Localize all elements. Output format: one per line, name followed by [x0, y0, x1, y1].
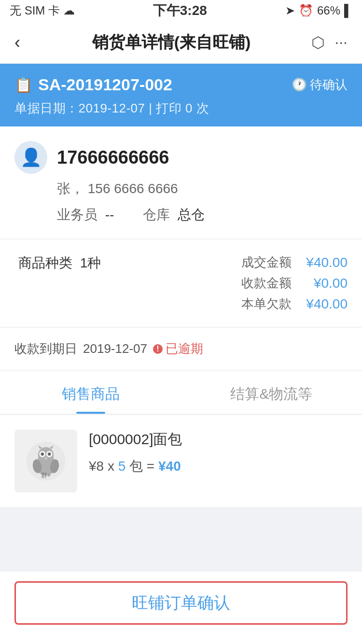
sim-status: 无 SIM 卡 ☁	[10, 3, 75, 18]
product-types-value: 1种	[80, 255, 101, 270]
svg-text:群+: 群+	[41, 472, 51, 479]
tab-sales-products[interactable]: 销售商品	[0, 371, 181, 414]
product-total: ¥40	[158, 459, 181, 474]
status-clock-icon: 🕐	[292, 77, 307, 92]
order-id-text: SA-20191207-002	[38, 75, 172, 94]
product-owl-logo: 群+	[24, 439, 68, 483]
user-icon: 👤	[20, 147, 42, 168]
svg-point-8	[48, 453, 50, 455]
battery-level: 66%	[317, 4, 340, 17]
product-unit: 包	[129, 459, 143, 474]
share-button[interactable]: ⬡	[311, 33, 325, 52]
warehouse-value: 总仓	[178, 207, 205, 222]
bottom-area: 旺铺订单确认	[0, 572, 362, 644]
due-date-card: 收款到期日 2019-12-07 ! 已逾期	[0, 328, 362, 370]
order-header: 📋 SA-20191207-002 🕐 待确认 单据日期：2019-12-07 …	[0, 64, 362, 126]
customer-card: 👤 17666666666 张， 156 6666 6666 业务员 -- 仓库…	[0, 126, 362, 238]
status-left: 无 SIM 卡 ☁	[10, 3, 75, 18]
status-text: 待确认	[310, 76, 348, 93]
overdue-text: 已逾期	[166, 340, 203, 357]
due-date-value: 2019-12-07	[83, 341, 147, 356]
transaction-amount-row: 成交金额 ¥40.00	[241, 254, 348, 271]
confirm-order-button[interactable]: 旺铺订单确认	[14, 581, 348, 625]
tab-settlement-label: 结算&物流等	[230, 386, 312, 402]
confirm-button-label: 旺铺订单确认	[132, 592, 230, 614]
summary-card: 商品种类 1种 成交金额 ¥40.00 收款金额 ¥0.00 本单欠款 ¥40.…	[0, 239, 362, 327]
nav-bar: ‹ 销货单详情(来自旺铺) ⬡ ···	[0, 21, 362, 64]
product-equals: =	[147, 459, 158, 474]
product-price-row: ¥8 x 5 包 = ¥40	[89, 457, 348, 476]
tab-sales-label: 销售商品	[62, 386, 120, 402]
customer-meta: 业务员 -- 仓库 总仓	[14, 206, 348, 224]
page-title: 销货单详情(来自旺铺)	[43, 31, 299, 54]
salesperson-value: --	[105, 207, 114, 222]
order-status: 🕐 待确认	[292, 76, 348, 93]
avatar: 👤	[14, 141, 47, 174]
overdue-badge: ! 已逾期	[153, 340, 203, 357]
product-name: [0000002]面包	[89, 430, 348, 449]
alarm-icon: ⏰	[299, 4, 313, 17]
product-quantity: 5	[118, 459, 126, 474]
product-types-label: 商品种类	[18, 255, 72, 270]
due-value: ¥40.00	[299, 296, 348, 312]
salesperson-label: 业务员	[57, 207, 97, 222]
collected-amount-row: 收款金额 ¥0.00	[241, 275, 348, 292]
product-thumbnail: 群+	[14, 430, 77, 492]
order-icon: 📋	[14, 76, 32, 93]
customer-phone: 17666666666	[57, 147, 169, 168]
tab-settlement[interactable]: 结算&物流等	[181, 371, 362, 414]
customer-detail: 张， 156 6666 6666	[14, 180, 348, 198]
collected-value: ¥0.00	[299, 276, 348, 291]
due-amount-row: 本单欠款 ¥40.00	[241, 295, 348, 312]
status-time: 下午3:28	[153, 1, 207, 20]
tabs-container: 销售商品 结算&物流等	[0, 371, 362, 414]
summary-right: 成交金额 ¥40.00 收款金额 ¥0.00 本单欠款 ¥40.00	[241, 254, 348, 312]
due-date-label: 收款到期日	[14, 340, 77, 357]
product-card: 群+ [0000002]面包 ¥8 x 5 包 = ¥40	[0, 415, 362, 507]
status-bar: 无 SIM 卡 ☁ 下午3:28 ➤ ⏰ 66% ▌	[0, 0, 362, 21]
customer-alt-phone: 156 6666 6666	[88, 181, 178, 196]
back-button[interactable]: ‹	[14, 32, 43, 53]
order-id: 📋 SA-20191207-002	[14, 75, 172, 94]
due-label: 本单欠款	[241, 295, 292, 312]
battery-icon: ▌	[344, 4, 352, 17]
more-button[interactable]: ···	[334, 33, 348, 51]
status-right: ➤ ⏰ 66% ▌	[285, 4, 352, 17]
location-icon: ➤	[285, 4, 295, 17]
overdue-warning-icon: !	[153, 344, 163, 354]
warehouse-label: 仓库	[143, 207, 170, 222]
product-unit-price: ¥8	[89, 459, 104, 474]
svg-point-5	[42, 453, 43, 455]
product-multiply: x	[108, 459, 118, 474]
product-info: [0000002]面包 ¥8 x 5 包 = ¥40	[89, 430, 348, 476]
collected-label: 收款金额	[241, 275, 292, 292]
order-meta: 单据日期：2019-12-07 | 打印 0 次	[14, 100, 348, 117]
customer-name: 张	[57, 181, 70, 196]
nav-actions: ⬡ ···	[299, 33, 348, 52]
transaction-label: 成交金额	[241, 254, 292, 271]
product-types: 商品种类 1种	[14, 254, 101, 272]
transaction-value: ¥40.00	[299, 255, 348, 270]
